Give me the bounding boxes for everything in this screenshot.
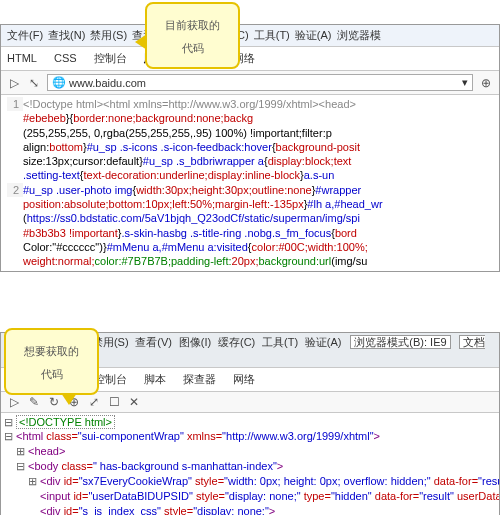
tab-css[interactable]: CSS — [54, 52, 77, 64]
dom-tree[interactable]: ⊟ <!DOCTYPE html> ⊟ <html class="sui-com… — [1, 413, 499, 515]
tab-console[interactable]: 控制台 — [94, 373, 127, 385]
refresh-icon[interactable]: ↻ — [47, 395, 61, 409]
url-selector[interactable]: 🌐 www.baidu.com ▾ — [47, 74, 473, 91]
menubar[interactable]: 文件(F) 查找(N) 禁用(S) 查看(V) 图像(I) 缓存(C) 工具(T… — [1, 25, 499, 47]
globe-icon: 🌐 — [52, 76, 66, 89]
toolbar: ▷ ⤡ 🌐 www.baidu.com ▾ ⊕ — [1, 71, 499, 95]
pointer-icon[interactable]: ⤡ — [27, 76, 41, 90]
tab-network[interactable]: 网络 — [233, 373, 255, 385]
edit-icon[interactable]: ✎ — [27, 395, 41, 409]
code-viewer: 1<!Doctype html><html xmlns=http://www.w… — [1, 95, 499, 271]
url-text: www.baidu.com — [69, 77, 146, 89]
tab-profiler[interactable]: 探查器 — [183, 373, 216, 385]
menu-file[interactable]: 文件(F) — [7, 29, 43, 41]
menu-browser[interactable]: 浏览器模 — [337, 29, 381, 41]
tool-icon[interactable]: ⊕ — [479, 76, 493, 90]
inspect-icon[interactable]: ⤢ — [87, 395, 101, 409]
callout-bottom: 想要获取的 代码 — [4, 328, 99, 395]
devtools-panel-top: 文件(F) 查找(N) 禁用(S) 查看(V) 图像(I) 缓存(C) 工具(T… — [0, 24, 500, 272]
cursor-icon[interactable]: ▷ — [7, 76, 21, 90]
tab-bar: HTML CSS 控制台 脚本 探查器 网络 — [1, 47, 499, 71]
cursor-icon[interactable]: ▷ — [7, 395, 21, 409]
tab-script[interactable]: 脚本 — [144, 373, 166, 385]
browser-mode[interactable]: 浏览器模式(B): IE9 — [350, 335, 450, 349]
chevron-down-icon[interactable]: ▾ — [462, 76, 468, 89]
clear-icon[interactable]: ✕ — [127, 395, 141, 409]
menu-disable[interactable]: 禁用(S) — [90, 29, 127, 41]
menu-validate[interactable]: 验证(A) — [295, 29, 332, 41]
outline-icon[interactable]: ☐ — [107, 395, 121, 409]
menu-find[interactable]: 查找(N) — [48, 29, 85, 41]
callout-top: 目前获取的 代码 — [145, 2, 240, 69]
menu-tools[interactable]: 工具(T) — [254, 29, 290, 41]
tab-console[interactable]: 控制台 — [94, 52, 127, 64]
tab-html[interactable]: HTML — [7, 52, 37, 64]
